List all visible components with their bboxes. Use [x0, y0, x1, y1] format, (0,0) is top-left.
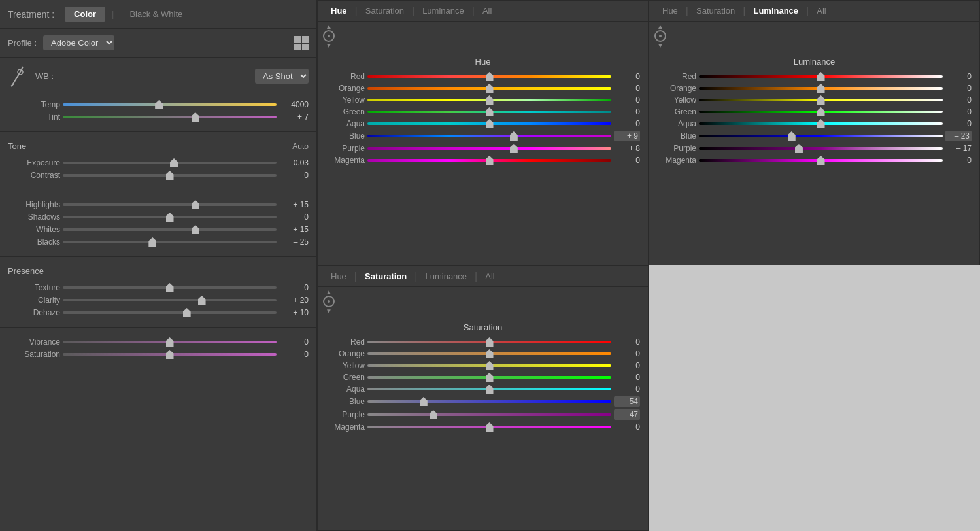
- lum-green-slider[interactable]: [699, 107, 943, 116]
- hue-green-label: Green: [326, 107, 365, 116]
- auto-button[interactable]: Auto: [292, 142, 309, 151]
- sat-target-icon[interactable]: [323, 296, 335, 307]
- grid-icon[interactable]: [294, 36, 309, 50]
- sat-aqua-slider[interactable]: [367, 385, 611, 394]
- hue-purple-slider[interactable]: [367, 144, 611, 153]
- saturation-slider[interactable]: [63, 350, 277, 359]
- hue-orange-slider[interactable]: [367, 84, 611, 93]
- temp-slider[interactable]: [63, 100, 277, 109]
- sat-down-arrow[interactable]: ▼: [326, 307, 332, 315]
- sat-red-slider[interactable]: [367, 337, 611, 347]
- sat-aqua-label: Aqua: [326, 385, 365, 394]
- hue-magenta-row: Magenta 0: [326, 156, 640, 165]
- whites-slider[interactable]: [63, 225, 277, 234]
- hue-yellow-row: Yellow 0: [326, 95, 640, 105]
- sat-purple-slider[interactable]: [367, 410, 611, 419]
- exposure-value: – 0.03: [279, 158, 309, 167]
- hue-magenta-slider[interactable]: [367, 156, 611, 165]
- hue-orange-row: Orange 0: [326, 84, 640, 93]
- dehaze-label: Dehaze: [8, 308, 60, 317]
- sat-tab-all[interactable]: All: [477, 266, 502, 286]
- tint-slider[interactable]: [63, 112, 277, 122]
- highlights-slider[interactable]: [63, 200, 277, 209]
- tab-hue[interactable]: Hue: [323, 1, 355, 21]
- contrast-row: Contrast 0: [8, 171, 309, 180]
- sat-green-slider[interactable]: [367, 373, 611, 382]
- hue-blue-slider[interactable]: [367, 131, 611, 141]
- texture-row: Texture 0: [8, 283, 309, 292]
- sat-title: Saturation: [326, 320, 640, 335]
- lum-tab-saturation[interactable]: Saturation: [688, 1, 743, 21]
- contrast-slider[interactable]: [63, 171, 277, 180]
- profile-row: Profile : Adobe Color: [0, 29, 316, 58]
- clarity-row: Clarity + 20: [8, 296, 309, 305]
- profile-label: Profile :: [8, 38, 37, 48]
- hue-controls: ▲ ▼: [318, 22, 648, 50]
- profile-select[interactable]: Adobe Color: [43, 35, 114, 50]
- lum-orange-slider[interactable]: [699, 84, 943, 93]
- lum-purple-slider[interactable]: [699, 144, 943, 153]
- lum-target-icon[interactable]: [654, 30, 666, 42]
- sat-yellow-slider[interactable]: [367, 361, 611, 370]
- sat-orange-slider[interactable]: [367, 349, 611, 358]
- lum-green-value: 0: [945, 107, 972, 116]
- tab-luminance[interactable]: Luminance: [414, 1, 472, 21]
- hue-orange-label: Orange: [326, 84, 365, 93]
- lum-magenta-label: Magenta: [657, 156, 696, 165]
- exposure-label: Exposure: [8, 158, 60, 167]
- sat-magenta-slider[interactable]: [367, 422, 611, 432]
- lum-up-arrow[interactable]: ▲: [657, 23, 664, 30]
- tab-all[interactable]: All: [475, 1, 499, 21]
- sat-purple-value: – 47: [614, 409, 640, 420]
- bw-treatment-button[interactable]: Black & White: [120, 7, 192, 22]
- lum-down-arrow[interactable]: ▼: [657, 42, 664, 49]
- hue-blue-row: Blue + 9: [326, 131, 640, 141]
- tone-section: Exposure – 0.03 Contrast 0: [0, 152, 316, 186]
- sat-blue-slider[interactable]: [367, 397, 611, 406]
- lum-orange-label: Orange: [657, 84, 696, 93]
- lum-aqua-value: 0: [945, 119, 972, 128]
- target-icon[interactable]: [323, 30, 335, 42]
- hue-blue-value: + 9: [614, 131, 640, 141]
- lum-blue-slider[interactable]: [699, 131, 943, 141]
- lum-tab-luminance[interactable]: Luminance: [745, 1, 806, 21]
- presence-label: Presence: [8, 266, 44, 276]
- lum-title: Luminance: [657, 54, 972, 69]
- hue-green-slider[interactable]: [367, 107, 611, 116]
- clarity-slider[interactable]: [63, 296, 277, 305]
- up-arrow[interactable]: ▲: [326, 23, 332, 30]
- down-arrow[interactable]: ▼: [326, 42, 332, 49]
- vib-sat-section: Vibrance 0 Saturation 0: [0, 332, 316, 365]
- tab-saturation[interactable]: Saturation: [358, 1, 412, 21]
- sat-tab-hue[interactable]: Hue: [323, 266, 354, 286]
- lum-tab-hue[interactable]: Hue: [654, 1, 686, 21]
- lum-magenta-slider[interactable]: [699, 156, 943, 165]
- lum-yellow-slider[interactable]: [699, 95, 943, 105]
- color-treatment-button[interactable]: Color: [65, 7, 105, 22]
- wb-select[interactable]: As Shot: [255, 69, 309, 84]
- hue-aqua-slider[interactable]: [367, 119, 611, 128]
- hue-yellow-slider[interactable]: [367, 95, 611, 105]
- sat-up-arrow[interactable]: ▲: [326, 288, 332, 296]
- vibrance-slider[interactable]: [63, 337, 277, 347]
- blacks-label: Blacks: [8, 237, 60, 247]
- vibrance-label: Vibrance: [8, 337, 60, 347]
- texture-slider[interactable]: [63, 283, 277, 292]
- lum-yellow-row: Yellow 0: [657, 95, 972, 105]
- lum-magenta-value: 0: [945, 156, 972, 165]
- dehaze-slider[interactable]: [63, 308, 277, 317]
- lum-aqua-slider[interactable]: [699, 119, 943, 128]
- sat-tab-luminance[interactable]: Luminance: [417, 266, 475, 286]
- sat-tab-saturation[interactable]: Saturation: [357, 266, 414, 286]
- lum-tab-all[interactable]: All: [809, 1, 834, 21]
- blacks-slider[interactable]: [63, 237, 277, 247]
- exposure-slider[interactable]: [63, 158, 277, 167]
- hue-red-slider[interactable]: [367, 72, 611, 81]
- shadows-slider[interactable]: [63, 213, 277, 222]
- sat-aqua-value: 0: [614, 385, 640, 394]
- lum-red-slider[interactable]: [699, 72, 943, 81]
- tone-header: Tone Auto: [0, 136, 316, 152]
- eyedropper-icon[interactable]: [8, 63, 27, 89]
- texture-label: Texture: [8, 283, 60, 292]
- hue-blue-label: Blue: [326, 131, 365, 141]
